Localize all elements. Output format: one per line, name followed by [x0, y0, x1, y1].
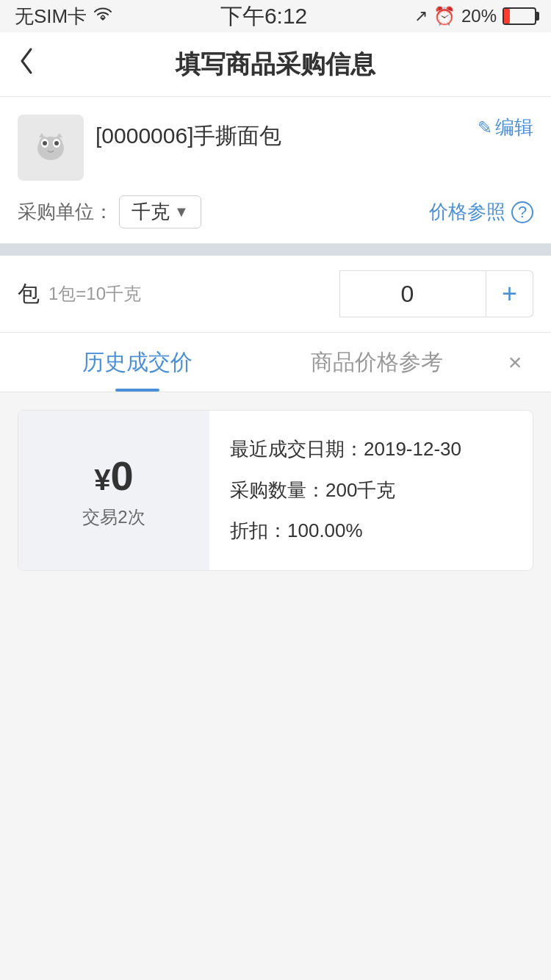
history-discount: 折扣：100.00% [230, 516, 512, 547]
alarm-icon: ⏰ [433, 6, 455, 26]
quantity-plus-button[interactable]: + [486, 270, 533, 317]
battery-percent: 20% [461, 6, 497, 26]
yen-symbol: ¥ [94, 464, 110, 496]
plus-icon: + [502, 278, 517, 309]
tabs-close-button[interactable]: × [497, 344, 533, 381]
status-right: ↗ ⏰ 20% [414, 6, 536, 26]
tab-history-price[interactable]: 历史成交价 [18, 333, 257, 392]
status-signal: 无SIM卡 [15, 4, 113, 29]
quantity-input[interactable] [339, 270, 486, 317]
page-title: 填写商品采购信息 [176, 48, 375, 82]
nav-bar: 填写商品采购信息 [0, 32, 551, 97]
recent-date-value: 2019-12-30 [364, 438, 461, 460]
unit-value: 千克 [132, 199, 170, 225]
edit-label: 编辑 [495, 115, 533, 140]
product-image [18, 115, 84, 181]
unit-left: 采购单位： 千克 ▼ [18, 195, 201, 228]
product-name: [0000006]手撕面包 [96, 115, 281, 151]
discount-value: 100.00% [287, 519, 363, 541]
history-list: ¥0 交易2次 最近成交日期：2019-12-30 采购数量：200千克 折扣：… [0, 392, 551, 613]
qty-unit-label: 包 [18, 279, 40, 309]
price-ref-button[interactable]: 价格参照 ? [429, 199, 533, 225]
product-card: [0000006]手撕面包 ✎ 编辑 采购单位： 千克 ▼ 价格参照 ? [0, 97, 551, 244]
gps-icon: ↗ [414, 7, 428, 26]
history-purchase-qty: 采购数量：200千克 [230, 475, 512, 506]
dropdown-arrow-icon: ▼ [174, 203, 189, 220]
purchase-qty-value: 200千克 [325, 479, 395, 501]
tab-price-ref-label: 商品价格参考 [311, 347, 443, 378]
recent-date-label: 最近成交日期： [230, 438, 364, 460]
quantity-row: 包 1包=10千克 + [0, 256, 551, 333]
status-bar: 无SIM卡 下午6:12 ↗ ⏰ 20% [0, 0, 551, 32]
back-button[interactable] [18, 46, 35, 82]
battery-icon [503, 7, 536, 25]
price-ref-question-icon: ? [511, 201, 533, 223]
product-left: [0000006]手撕面包 [18, 115, 281, 181]
product-logo [29, 123, 73, 173]
unit-label: 采购单位： [18, 199, 113, 225]
price-number: 0 [111, 453, 134, 499]
discount-label: 折扣： [230, 519, 287, 541]
section-divider [0, 244, 551, 256]
history-trade-count: 交易2次 [82, 505, 145, 529]
edit-button[interactable]: ✎ 编辑 [478, 115, 533, 140]
close-icon: × [508, 349, 522, 376]
history-price-value: ¥0 [94, 452, 133, 500]
tab-price-reference[interactable]: 商品价格参考 [257, 333, 497, 392]
tab-active-indicator [115, 389, 159, 392]
tabs-container: 历史成交价 商品价格参考 × [0, 333, 551, 392]
product-unit-row: 采购单位： 千克 ▼ 价格参照 ? [18, 195, 533, 228]
edit-icon: ✎ [478, 118, 492, 138]
status-time: 下午6:12 [220, 1, 307, 32]
svg-point-5 [43, 141, 47, 145]
history-recent-date: 最近成交日期：2019-12-30 [230, 434, 512, 465]
product-header: [0000006]手撕面包 ✎ 编辑 [18, 115, 533, 181]
qty-conversion-hint: 1包=10千克 [48, 282, 141, 306]
history-card: ¥0 交易2次 最近成交日期：2019-12-30 采购数量：200千克 折扣：… [18, 410, 533, 571]
wifi-icon [93, 5, 113, 28]
quantity-input-area: + [339, 270, 533, 317]
quantity-left: 包 1包=10千克 [18, 279, 141, 309]
tabs-row: 历史成交价 商品价格参考 × [0, 333, 551, 392]
price-ref-label: 价格参照 [429, 199, 505, 225]
history-price-panel: ¥0 交易2次 [18, 411, 209, 570]
purchase-qty-label: 采购数量： [230, 479, 325, 501]
signal-text: 无SIM卡 [15, 4, 87, 29]
unit-selector[interactable]: 千克 ▼ [119, 195, 201, 228]
svg-point-6 [54, 141, 59, 145]
history-detail-panel: 最近成交日期：2019-12-30 采购数量：200千克 折扣：100.00% [209, 411, 533, 570]
tab-history-label: 历史成交价 [82, 347, 192, 378]
